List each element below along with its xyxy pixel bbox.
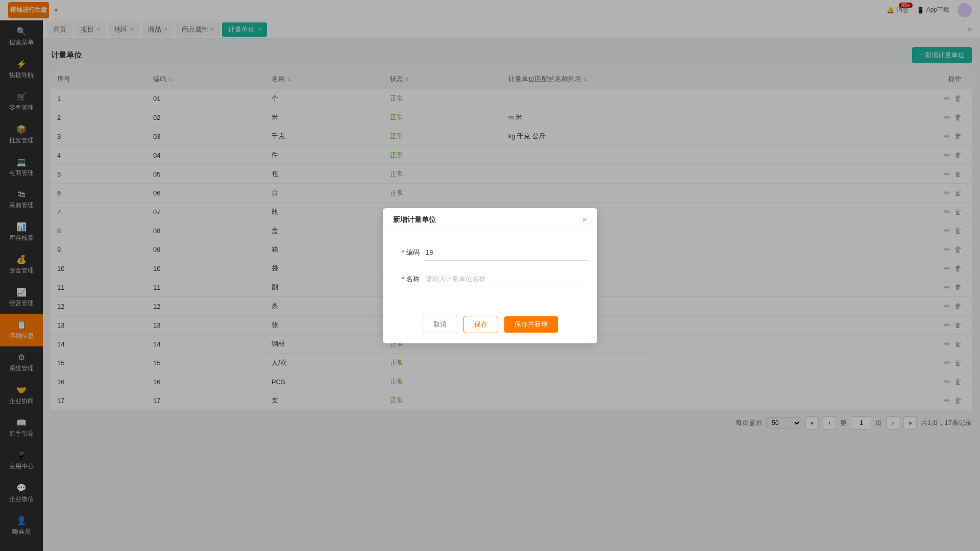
save-button[interactable]: 保存 — [463, 316, 498, 333]
modal-footer: 取消 保存 保存并新增 — [383, 310, 597, 343]
form-item-name: 名称 — [393, 271, 587, 287]
code-input[interactable] — [424, 244, 587, 261]
modal-overlay: 新增计量单位 × 编码 名称 取消 保存 保存并新增 — [0, 0, 980, 551]
name-label: 名称 — [393, 274, 424, 284]
modal-header: 新增计量单位 × — [383, 208, 597, 232]
modal-title: 新增计量单位 — [393, 215, 436, 224]
form-item-code: 编码 — [393, 244, 587, 261]
add-unit-modal: 新增计量单位 × 编码 名称 取消 保存 保存并新增 — [383, 208, 597, 343]
modal-body: 编码 名称 — [383, 232, 597, 310]
name-input[interactable] — [424, 271, 587, 287]
modal-close-button[interactable]: × — [582, 215, 587, 224]
save-and-new-button[interactable]: 保存并新增 — [504, 316, 558, 333]
cancel-button[interactable]: 取消 — [423, 316, 457, 333]
code-label: 编码 — [393, 248, 424, 257]
